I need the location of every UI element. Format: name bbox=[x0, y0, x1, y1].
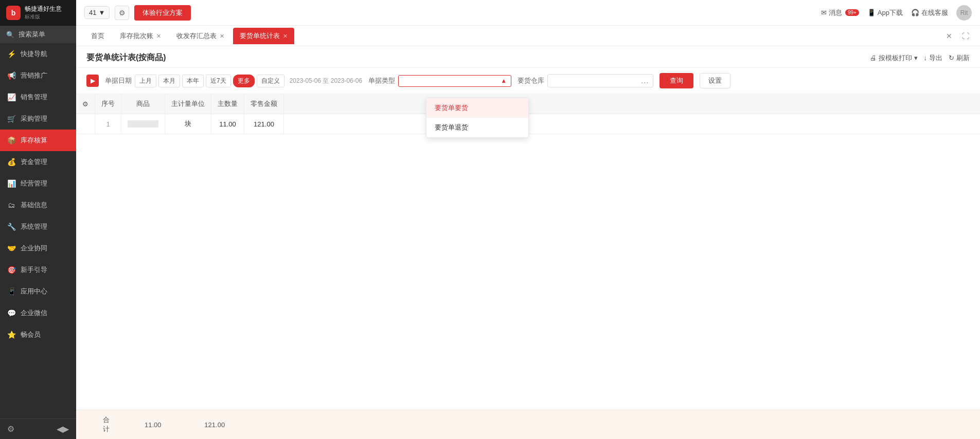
expand-button[interactable]: ▶ bbox=[86, 75, 99, 87]
tab-receive-summary-close[interactable]: ✕ bbox=[220, 33, 224, 40]
avatar-text: Rit bbox=[960, 9, 968, 16]
tab-expand-button[interactable]: ⛶ bbox=[959, 30, 972, 42]
date-more-btn[interactable]: 更多 bbox=[233, 75, 255, 87]
sidebar-label-purchase: 采购管理 bbox=[21, 114, 47, 123]
sidebar-item-member[interactable]: ⭐畅会员 bbox=[0, 324, 76, 345]
sidebar-menu: ⚡快捷导航📢营销推广📈销售管理🛒采购管理📦库存核算💰资金管理📊经营管理🗂基础信息… bbox=[0, 43, 76, 418]
sidebar-label-marketing: 营销推广 bbox=[21, 71, 47, 80]
export-button[interactable]: ↓ 导出 bbox=[924, 53, 943, 63]
sidebar-item-basic[interactable]: 🗂基础信息 bbox=[0, 194, 76, 216]
tab-order-stats-close[interactable]: ✕ bbox=[283, 33, 288, 40]
sidebar-icon-basic: 🗂 bbox=[6, 201, 16, 209]
date-curr-month-btn[interactable]: 本月 bbox=[158, 75, 180, 87]
sidebar-icon-quick-nav: ⚡ bbox=[6, 50, 16, 58]
th-spacer bbox=[284, 94, 981, 114]
th-settings[interactable]: ⚙ bbox=[76, 94, 95, 114]
sidebar-icon-wechat: 💬 bbox=[6, 309, 16, 317]
sidebar-icon-finance: 💰 bbox=[6, 158, 16, 166]
tab-receive-summary[interactable]: 收发存汇总表 ✕ bbox=[170, 28, 231, 44]
th-qty: 主数量 bbox=[211, 94, 244, 114]
tab-close-all-button[interactable]: ✕ bbox=[943, 30, 955, 42]
sidebar-icon-marketing: 📢 bbox=[6, 71, 16, 80]
date-year-btn[interactable]: 本年 bbox=[182, 75, 204, 87]
app-download-action[interactable]: 📱 App下载 bbox=[867, 8, 903, 17]
query-button[interactable]: 查询 bbox=[660, 73, 693, 88]
sidebar-item-wechat[interactable]: 💬企业微信 bbox=[0, 302, 76, 324]
tab-inventory-batch-label: 库存批次账 bbox=[120, 31, 153, 41]
sidebar-label-enterprise: 企业协同 bbox=[21, 244, 47, 253]
sidebar-item-operation[interactable]: 📊经营管理 bbox=[0, 173, 76, 194]
refresh-label: 刷新 bbox=[956, 53, 970, 63]
date-filter-label: 单据日期 bbox=[105, 76, 132, 85]
sidebar-logo: b 畅捷通好生意 标准版 bbox=[0, 0, 76, 26]
tab-home[interactable]: 首页 bbox=[84, 28, 111, 44]
print-icon: 🖨 bbox=[870, 54, 877, 62]
sidebar-item-quick-nav[interactable]: ⚡快捷导航 bbox=[0, 43, 76, 65]
sidebar-search-label: 搜索菜单 bbox=[19, 30, 45, 39]
type-select-field[interactable]: ▲ bbox=[398, 75, 511, 87]
sidebar-item-system[interactable]: 🔧系统管理 bbox=[0, 216, 76, 237]
company-selector[interactable]: 41 ▼ bbox=[84, 6, 110, 19]
sidebar-label-member: 畅会员 bbox=[21, 330, 41, 339]
topbar-left: 41 ▼ ⚙ 体验行业方案 bbox=[84, 5, 815, 21]
tab-inventory-batch-close[interactable]: ✕ bbox=[156, 33, 161, 40]
page-title: 要货单统计表(按商品) bbox=[86, 52, 166, 63]
refresh-button[interactable]: ↻ 刷新 bbox=[949, 53, 970, 63]
page-header-actions: 🖨 按模板打印 ▾ ↓ 导出 ↻ 刷新 bbox=[870, 53, 970, 63]
topbar: 41 ▼ ⚙ 体验行业方案 ✉ 消息 99+ 📱 App下载 🎧 在线客服 Ri… bbox=[76, 0, 980, 26]
online-service-action[interactable]: 🎧 在线客服 bbox=[911, 8, 948, 17]
sidebar-item-guide[interactable]: 🎯新手引导 bbox=[0, 259, 76, 281]
product-placeholder bbox=[128, 120, 158, 127]
sidebar-label-finance: 资金管理 bbox=[21, 157, 47, 167]
warehouse-select-field[interactable]: … bbox=[547, 74, 653, 87]
sidebar-icon-enterprise: 🤝 bbox=[6, 244, 16, 252]
company-name: 41 bbox=[89, 9, 96, 16]
sidebar-item-finance[interactable]: 💰资金管理 bbox=[0, 151, 76, 173]
type-select-chevron-icon[interactable]: ▲ bbox=[501, 77, 507, 84]
industry-button[interactable]: 体验行业方案 bbox=[134, 5, 191, 21]
messages-label: 消息 bbox=[829, 8, 842, 17]
message-icon: ✉ bbox=[821, 9, 827, 16]
th-unit: 主计量单位 bbox=[165, 94, 211, 114]
dropdown-item-return[interactable]: 要货单退货 bbox=[426, 118, 528, 137]
sidebar-item-enterprise[interactable]: 🤝企业协同 bbox=[0, 237, 76, 259]
sidebar-item-app-center[interactable]: 📱应用中心 bbox=[0, 281, 76, 302]
type-select-input[interactable] bbox=[403, 77, 498, 85]
warehouse-select-input[interactable] bbox=[552, 77, 638, 85]
date-recent-btn[interactable]: 近7天 bbox=[206, 75, 231, 87]
settings-button[interactable]: 设置 bbox=[700, 73, 730, 88]
date-prev-month-btn[interactable]: 上月 bbox=[135, 75, 156, 87]
app-icon: 📱 bbox=[867, 9, 876, 16]
sidebar-item-marketing[interactable]: 📢营销推广 bbox=[0, 65, 76, 86]
settings-icon[interactable]: ⚙ bbox=[7, 424, 14, 434]
sidebar-item-sales[interactable]: 📈销售管理 bbox=[0, 86, 76, 108]
logo-icon: b bbox=[6, 6, 21, 20]
sidebar-icon-system: 🔧 bbox=[6, 223, 16, 231]
dropdown-item-order[interactable]: 要货单要货 bbox=[426, 98, 528, 118]
sidebar-item-inventory[interactable]: 📦库存核算 bbox=[0, 130, 76, 151]
app-download-label: App下载 bbox=[878, 8, 903, 17]
sidebar-search[interactable]: 🔍 搜索菜单 bbox=[0, 26, 76, 43]
messages-action[interactable]: ✉ 消息 99+ bbox=[821, 8, 859, 17]
tab-inventory-batch[interactable]: 库存批次账 ✕ bbox=[113, 28, 168, 44]
page-content: 要货单统计表(按商品) 🖨 按模板打印 ▾ ↓ 导出 ↻ 刷新 ▶ bbox=[76, 46, 980, 439]
page-header: 要货单统计表(按商品) 🖨 按模板打印 ▾ ↓ 导出 ↻ 刷新 bbox=[76, 46, 980, 68]
sidebar-item-purchase[interactable]: 🛒采购管理 bbox=[0, 108, 76, 130]
date-custom-btn[interactable]: 自定义 bbox=[257, 75, 284, 87]
sidebar-label-basic: 基础信息 bbox=[21, 200, 47, 210]
warehouse-filter-label: 要货仓库 bbox=[518, 76, 544, 85]
row-col-settings bbox=[76, 114, 95, 134]
warehouse-more-icon[interactable]: … bbox=[640, 76, 649, 85]
print-button[interactable]: 🖨 按模板打印 ▾ bbox=[870, 53, 918, 63]
filter-bar: ▶ 单据日期 上月 本月 本年 近7天 更多 自定义 2023-05-06 至 … bbox=[76, 68, 980, 94]
refresh-icon: ↻ bbox=[949, 54, 954, 62]
service-icon: 🎧 bbox=[911, 9, 919, 16]
tab-home-label: 首页 bbox=[91, 31, 104, 41]
topbar-right: ✉ 消息 99+ 📱 App下载 🎧 在线客服 Rit bbox=[821, 5, 972, 21]
avatar[interactable]: Rit bbox=[956, 5, 972, 21]
tab-order-stats[interactable]: 要货单统计表 ✕ bbox=[233, 28, 294, 44]
date-buttons: 上月 本月 本年 近7天 更多 自定义 bbox=[135, 75, 284, 87]
export-label: 导出 bbox=[929, 53, 942, 63]
gear-button[interactable]: ⚙ bbox=[115, 6, 129, 20]
collapse-icon[interactable]: ◀▶ bbox=[57, 424, 69, 434]
